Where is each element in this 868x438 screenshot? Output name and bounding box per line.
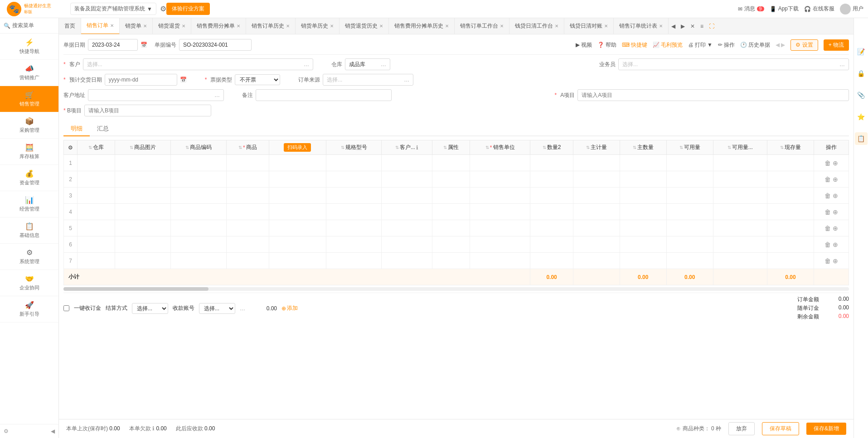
table-cell[interactable] bbox=[767, 236, 814, 253]
table-cell[interactable] bbox=[269, 188, 326, 204]
sidebar-item-system-mgmt[interactable]: ⚙ 系统管理 bbox=[0, 244, 58, 270]
tab-close-btn[interactable]: ✕ bbox=[688, 18, 698, 34]
table-cell[interactable] bbox=[226, 253, 269, 269]
table-cell[interactable] bbox=[470, 155, 530, 171]
tab-summary[interactable]: 汇总 bbox=[90, 122, 116, 135]
sort-icon-warehouse[interactable]: ⇅ bbox=[88, 145, 92, 150]
sidebar-item-basic-info[interactable]: 📋 基础信息 bbox=[0, 217, 58, 244]
customer-input[interactable]: 选择... … bbox=[83, 58, 313, 70]
one-click-checkbox[interactable] bbox=[63, 305, 69, 311]
table-cell[interactable] bbox=[269, 253, 326, 269]
right-panel-btn-5[interactable]: 📋 bbox=[855, 132, 868, 145]
table-cell[interactable] bbox=[78, 171, 115, 188]
table-cell[interactable] bbox=[432, 220, 470, 236]
tab-prev-btn[interactable]: ◀ bbox=[669, 18, 678, 34]
table-cell[interactable] bbox=[78, 188, 115, 204]
tab-expense-history[interactable]: 销售费用分摊单历史 ✕ bbox=[389, 18, 455, 34]
table-cell[interactable] bbox=[620, 171, 666, 188]
settings-right-btn[interactable]: ⚙ 设置 bbox=[790, 39, 818, 51]
copy-row-btn[interactable]: ⊕ bbox=[833, 208, 838, 216]
table-cell[interactable] bbox=[170, 171, 226, 188]
table-cell[interactable] bbox=[269, 220, 326, 236]
sidebar-item-marketing[interactable]: 📣 营销推广 bbox=[0, 60, 58, 86]
table-cell[interactable] bbox=[170, 188, 226, 204]
sort-icon-munit[interactable]: ⇅ bbox=[586, 145, 590, 150]
sort-icon-customer[interactable]: ⇅ bbox=[395, 145, 399, 150]
tab-return-history[interactable]: 销货退货历史 ✕ bbox=[339, 18, 389, 34]
tab-home[interactable]: 首页 bbox=[59, 18, 81, 34]
table-cell[interactable] bbox=[530, 204, 573, 220]
tab-order-stats[interactable]: 销售订单统计表 ✕ bbox=[614, 18, 669, 34]
table-cell[interactable] bbox=[530, 155, 573, 171]
table-cell[interactable] bbox=[573, 220, 620, 236]
table-cell[interactable] bbox=[78, 236, 115, 253]
table-cell[interactable] bbox=[382, 204, 432, 220]
table-cell[interactable] bbox=[78, 253, 115, 269]
table-cell[interactable] bbox=[767, 204, 814, 220]
table-cell[interactable] bbox=[620, 188, 666, 204]
copy-row-btn[interactable]: ⊕ bbox=[833, 225, 838, 232]
table-cell[interactable] bbox=[432, 155, 470, 171]
table-cell[interactable] bbox=[470, 204, 530, 220]
right-panel-btn-3[interactable]: 📎 bbox=[855, 89, 868, 101]
tab-loan-reconcile-close[interactable]: ✕ bbox=[604, 24, 608, 29]
table-cell[interactable] bbox=[713, 236, 767, 253]
table-cell[interactable] bbox=[269, 155, 326, 171]
table-cell[interactable] bbox=[470, 253, 530, 269]
table-cell[interactable] bbox=[115, 253, 171, 269]
sort-icon-mqty[interactable]: ⇅ bbox=[633, 145, 636, 150]
add-payment-btn[interactable]: ⊕ 添加 bbox=[281, 304, 298, 312]
sidebar-item-inventory[interactable]: 🧮 库存核算 bbox=[0, 139, 58, 165]
table-cell[interactable] bbox=[530, 220, 573, 236]
table-cell[interactable] bbox=[573, 155, 620, 171]
print-btn[interactable]: 🖨 打印 ▼ bbox=[688, 41, 713, 49]
table-cell[interactable] bbox=[115, 204, 171, 220]
help-btn[interactable]: ❓ 帮助 bbox=[597, 41, 616, 49]
settings-icon[interactable]: ⚙ bbox=[4, 428, 9, 434]
delete-btn[interactable]: 🗑 bbox=[824, 241, 831, 248]
right-panel-btn-4[interactable]: ⭐ bbox=[855, 111, 868, 123]
sidebar-search[interactable]: 🔍 搜索菜单 bbox=[0, 18, 58, 34]
payment-method-select[interactable]: 选择... bbox=[132, 303, 168, 314]
table-cell[interactable] bbox=[666, 220, 713, 236]
tab-expense-history-close[interactable]: ✕ bbox=[445, 24, 449, 29]
tab-loan-reconcile[interactable]: 钱贷日清对账 ✕ bbox=[564, 18, 614, 34]
table-cell[interactable] bbox=[170, 220, 226, 236]
tab-next-btn[interactable]: ▶ bbox=[678, 18, 688, 34]
scan-entry-btn[interactable]: 扫码录入 bbox=[284, 143, 311, 152]
sort-icon-image[interactable]: ⇅ bbox=[130, 145, 133, 150]
sort-icon-unit[interactable]: ⇅ bbox=[485, 145, 489, 150]
table-cell[interactable] bbox=[470, 220, 530, 236]
invoice-type-select[interactable]: 不开票 bbox=[235, 74, 280, 85]
tab-sales-order[interactable]: 销售订单 ✕ bbox=[81, 18, 120, 34]
shortcut-btn[interactable]: ⌨ 快捷键 bbox=[622, 41, 647, 49]
right-panel-btn-2[interactable]: 🔒 bbox=[855, 67, 868, 80]
tab-sales-return[interactable]: 销货退货 ✕ bbox=[153, 18, 191, 34]
bill-no-input[interactable] bbox=[179, 39, 252, 51]
table-cell[interactable] bbox=[382, 236, 432, 253]
save-draft-btn[interactable]: 保存草稿 bbox=[762, 422, 799, 435]
view-btn[interactable]: ▶ 视频 bbox=[576, 41, 592, 49]
delete-btn[interactable]: 🗑 bbox=[824, 192, 831, 199]
sidebar-item-finance[interactable]: 💰 资金管理 bbox=[0, 165, 58, 191]
user-action[interactable]: 用户 bbox=[840, 4, 863, 14]
table-cell[interactable] bbox=[666, 236, 713, 253]
tab-sales-expense-close[interactable]: ✕ bbox=[237, 24, 240, 29]
print-dropdown-icon[interactable]: ▼ bbox=[707, 42, 713, 48]
table-cell[interactable] bbox=[767, 220, 814, 236]
copy-row-btn[interactable]: ⊕ bbox=[833, 159, 838, 167]
tab-fullscreen-btn[interactable]: ⛶ bbox=[706, 18, 717, 34]
table-cell[interactable] bbox=[713, 188, 767, 204]
tab-loan-workbench[interactable]: 钱贷日清工作台 ✕ bbox=[509, 18, 564, 34]
table-cell[interactable] bbox=[767, 155, 814, 171]
warehouse-input[interactable]: 成品库 … bbox=[345, 58, 390, 70]
sidebar-item-quick-nav[interactable]: ⚡ 快捷导航 bbox=[0, 34, 58, 60]
table-cell[interactable] bbox=[78, 220, 115, 236]
table-cell[interactable] bbox=[115, 188, 171, 204]
table-cell[interactable] bbox=[620, 236, 666, 253]
table-cell[interactable] bbox=[432, 204, 470, 220]
tab-order-workbench-close[interactable]: ✕ bbox=[500, 24, 504, 29]
table-cell[interactable] bbox=[326, 220, 382, 236]
table-cell[interactable] bbox=[666, 204, 713, 220]
right-panel-btn-1[interactable]: 📝 bbox=[855, 45, 868, 58]
